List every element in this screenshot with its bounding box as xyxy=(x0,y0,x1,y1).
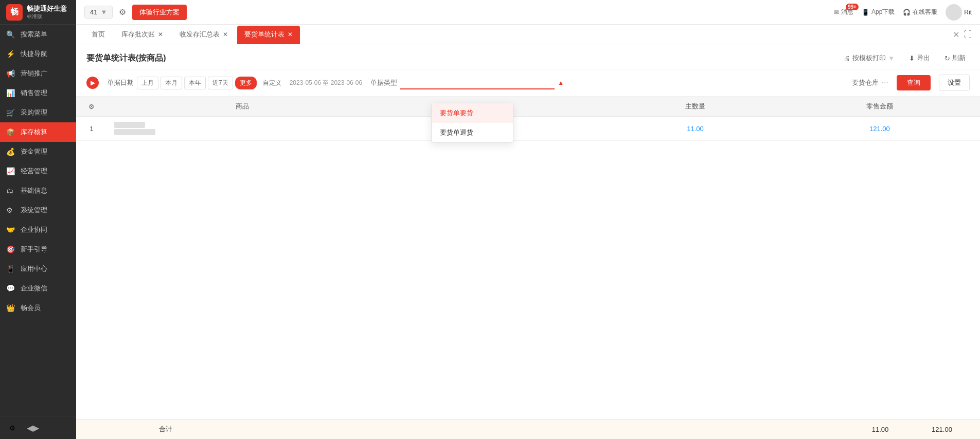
export-btn[interactable]: ⬇ 导出 xyxy=(905,51,934,65)
user-avatar-btn[interactable]: Rit xyxy=(946,4,972,21)
topbar-settings-icon[interactable]: ⚙ xyxy=(119,7,126,17)
column-settings-icon[interactable]: ⚙ xyxy=(88,103,95,111)
sidebar-item-marketing[interactable]: 📢 营销推广 xyxy=(0,64,76,83)
messages-btn[interactable]: ✉ 消息 99+ xyxy=(834,8,853,16)
online-service-btn[interactable]: 🎧 在线客服 xyxy=(903,8,937,16)
warehouse-filter-group: 要货仓库 ··· xyxy=(852,78,888,87)
tab-goods-stat[interactable]: 要货单统计表 ✕ xyxy=(237,26,300,44)
sidebar-item-search[interactable]: 🔍 搜索菜单 xyxy=(0,25,76,44)
apps-icon: 📱 xyxy=(6,265,16,273)
date-label: 单据日期 xyxy=(107,78,134,87)
quick-icon: ⚡ xyxy=(6,50,16,58)
date-buttons: 上月 本月 本年 近7天 更多 xyxy=(137,77,257,89)
finance-icon: 💰 xyxy=(6,148,16,156)
type-label: 单据类型 xyxy=(370,78,397,87)
date-btn-more[interactable]: 更多 xyxy=(235,77,257,89)
sidebar-label-wechat: 企业微信 xyxy=(21,284,47,293)
type-select-up-icon[interactable]: ▲ xyxy=(558,79,564,86)
filter-bar: ▶ 单据日期 上月 本月 本年 近7天 更多 自定义 2023-05-06 至 … xyxy=(76,69,980,97)
table-header-row: ⚙ 商品 主计量单位 主数量 零售金额 xyxy=(76,97,980,117)
sidebar-item-purchase[interactable]: 🛒 采购管理 xyxy=(0,103,76,122)
print-btn[interactable]: 🖨 按模板打印 ▼ xyxy=(840,51,899,65)
settings-bottom-btn[interactable]: ⚙ xyxy=(6,422,19,434)
cell-amount[interactable]: 121.00 xyxy=(779,117,980,141)
date-btn-7days[interactable]: 近7天 xyxy=(208,77,233,89)
type-select[interactable] xyxy=(400,77,555,89)
refresh-btn[interactable]: ↻ 刷新 xyxy=(940,51,970,65)
sidebar-item-member[interactable]: 👑 畅会员 xyxy=(0,298,76,318)
store-selector[interactable]: 41 ▼ xyxy=(84,6,113,19)
sidebar-item-guide[interactable]: 🎯 新手引导 xyxy=(0,240,76,259)
tab-expand-icon[interactable]: ⛶ xyxy=(964,30,972,40)
logo-text: 畅捷通好生意 标准版 xyxy=(27,5,67,20)
sidebar-bottom: ⚙ ◀▶ xyxy=(0,416,76,439)
tab-batch-close[interactable]: ✕ xyxy=(158,31,163,38)
tab-batch-label: 库存批次账 xyxy=(121,30,155,39)
tab-goods-stat-close[interactable]: ✕ xyxy=(288,31,293,38)
cell-quantity[interactable]: 11.00 xyxy=(611,117,779,141)
sidebar-label-quick: 快捷导航 xyxy=(21,49,47,59)
sidebar-item-sales[interactable]: 📊 销售管理 xyxy=(0,83,76,103)
tab-summary[interactable]: 收发存汇总表 ✕ xyxy=(172,26,235,44)
purchase-icon: 🛒 xyxy=(6,108,16,117)
date-btn-last-month[interactable]: 上月 xyxy=(137,77,158,89)
col-settings[interactable]: ⚙ xyxy=(76,97,107,117)
sidebar-toggle-btn[interactable]: ◀▶ xyxy=(27,423,39,433)
app-download-btn[interactable]: 📱 App下载 xyxy=(862,8,895,16)
sidebar-item-operations[interactable]: 📈 经营管理 xyxy=(0,161,76,181)
settings-btn[interactable]: 设置 xyxy=(939,75,970,91)
sidebar-label-sales: 销售管理 xyxy=(21,88,47,98)
inventory-icon: 📦 xyxy=(6,128,16,136)
tab-batch[interactable]: 库存批次账 ✕ xyxy=(114,26,170,44)
message-icon: ✉ xyxy=(834,9,839,16)
operations-icon: 📈 xyxy=(6,167,16,175)
warehouse-more-icon[interactable]: ··· xyxy=(882,78,888,87)
type-dropdown: 要货单要货 要货单退货 xyxy=(431,103,513,143)
cell-product xyxy=(107,117,378,141)
tab-home[interactable]: 首页 xyxy=(84,26,112,44)
guide-icon: 🎯 xyxy=(6,245,16,253)
type-filter-group: 单据类型 ▲ xyxy=(370,77,844,89)
tab-close-all-icon[interactable]: ✕ xyxy=(953,30,959,40)
sidebar-item-apps[interactable]: 📱 应用中心 xyxy=(0,259,76,279)
data-table: ⚙ 商品 主计量单位 主数量 零售金额 xyxy=(76,97,980,141)
query-btn[interactable]: 查询 xyxy=(897,75,931,90)
sidebar-item-basic[interactable]: 🗂 基础信息 xyxy=(0,181,76,200)
main-area: 41 ▼ ⚙ 体验行业方案 ✉ 消息 99+ 📱 App下载 🎧 在线客服 R xyxy=(76,0,980,439)
export-icon: ⬇ xyxy=(909,54,915,62)
sidebar-item-wechat[interactable]: 💬 企业微信 xyxy=(0,279,76,298)
dropdown-item-requisition[interactable]: 要货单要货 xyxy=(432,103,513,123)
sidebar-label-purchase: 采购管理 xyxy=(21,108,47,117)
download-icon: 📱 xyxy=(862,9,869,16)
sidebar-item-system[interactable]: ⚙ 系统管理 xyxy=(0,200,76,220)
sidebar-item-enterprise[interactable]: 🤝 企业协同 xyxy=(0,220,76,240)
date-btn-this-month[interactable]: 本月 xyxy=(161,77,182,89)
tab-summary-close[interactable]: ✕ xyxy=(223,31,228,38)
avatar xyxy=(946,4,962,21)
date-btn-this-year[interactable]: 本年 xyxy=(184,77,206,89)
service-icon: 🎧 xyxy=(903,9,911,16)
date-custom-btn[interactable]: 自定义 xyxy=(260,77,284,89)
filter-expand-btn[interactable]: ▶ xyxy=(86,77,99,89)
table-wrapper: ⚙ 商品 主计量单位 主数量 零售金额 xyxy=(76,97,980,419)
search-icon: 🔍 xyxy=(6,30,16,39)
warehouse-label: 要货仓库 xyxy=(852,78,879,87)
sidebar-item-inventory[interactable]: 📦 库存核算 xyxy=(0,122,76,142)
basic-icon: 🗂 xyxy=(6,187,16,195)
table-footer: 合计 11.00 121.00 xyxy=(76,419,980,439)
table-body: 1 块 11.00 121.00 xyxy=(76,117,980,141)
logo-icon: 畅 xyxy=(6,4,23,21)
page-actions: 🖨 按模板打印 ▼ ⬇ 导出 ↻ 刷新 xyxy=(840,51,970,65)
sidebar-item-quick[interactable]: ⚡ 快捷导航 xyxy=(0,44,76,64)
sidebar-item-finance[interactable]: 💰 资金管理 xyxy=(0,142,76,161)
dropdown-item-return[interactable]: 要货单退货 xyxy=(432,123,513,142)
sidebar-label-system: 系统管理 xyxy=(21,206,47,215)
tab-goods-stat-label: 要货单统计表 xyxy=(244,30,284,39)
topbar-left: 41 ▼ ⚙ 体验行业方案 xyxy=(84,5,187,20)
topbar: 41 ▼ ⚙ 体验行业方案 ✉ 消息 99+ 📱 App下载 🎧 在线客服 R xyxy=(76,0,980,25)
cell-index: 1 xyxy=(76,117,107,141)
logo-sub: 标准版 xyxy=(27,13,67,20)
trial-btn[interactable]: 体验行业方案 xyxy=(132,5,187,20)
sidebar-label-enterprise: 企业协同 xyxy=(21,225,47,234)
topbar-right: ✉ 消息 99+ 📱 App下载 🎧 在线客服 Rit xyxy=(834,4,972,21)
